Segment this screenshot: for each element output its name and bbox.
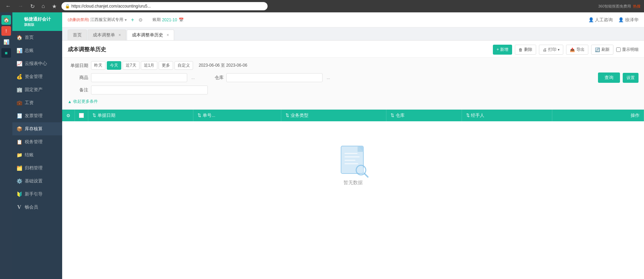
settings-btn[interactable]: 设置 (623, 73, 639, 83)
warehouse-filter-label: 仓库 (203, 75, 224, 81)
sidebar-label-reports: 云报表中心 (25, 60, 47, 67)
sidebar-item-funds[interactable]: 💰 资金管理 (12, 70, 62, 83)
page-actions: + 新增 🗑 删除 🖨 打印 ▾ 📤 导出 🔄 (493, 45, 639, 55)
th-type[interactable]: ⇅ 业务类型 (281, 110, 386, 121)
filter-goods-warehouse-row: 商品 ... 仓库 ... 查询 设置 (68, 72, 639, 83)
export-button[interactable]: 📤 导出 (566, 45, 588, 55)
user-avatar[interactable]: 👤 徐泽华 (618, 17, 639, 23)
date-filter-label: 单据日期 (68, 63, 88, 69)
period-info: 账期 2021-10 📅 (152, 17, 184, 23)
tab-cost-adjust-history[interactable]: 成本调整单历史 × (127, 30, 174, 40)
goods-input[interactable] (91, 73, 187, 82)
date-btn-yesterday[interactable]: 昨天 (91, 61, 105, 70)
sidebar-item-home[interactable]: 🏠 首页 (12, 31, 62, 44)
th-date[interactable]: ⇅ 单据日期 (88, 110, 193, 121)
sidebar-item-settings[interactable]: ⚙️ 基础设置 (12, 175, 62, 188)
company-name: 江西服宝测试专用 (90, 17, 123, 23)
calendar-icon[interactable]: 📅 (179, 18, 184, 22)
sidebar-item-closing[interactable]: 📁 结账 (12, 148, 62, 161)
collapse-btn[interactable]: ▲ 收起更多条件 (68, 97, 639, 106)
back-button[interactable]: ← (3, 2, 13, 11)
bookmark-button[interactable]: ★ (50, 2, 59, 11)
data-table: ⚙ ⇅ 单据日期 ⇅ 单号... (62, 110, 644, 121)
sidebar-label-tax: 税务管理 (25, 139, 43, 145)
sidebar-item-invoices[interactable]: 🧾 发票管理 (12, 109, 62, 122)
reports-icon: 📈 (16, 61, 22, 66)
th-number-label: 单号... (203, 113, 215, 118)
th-settings[interactable]: ⚙ (62, 110, 75, 121)
sidebar-item-archive[interactable]: 🗂️ 归档管理 (12, 161, 62, 175)
th-number[interactable]: ⇅ 单号... (193, 110, 281, 121)
icon-bar-box[interactable]: ■ (1, 48, 11, 58)
icon-bar-chart[interactable]: 📊 (1, 37, 11, 47)
filter-date-row: 单据日期 昨天 今天 近7天 近1月 更多 自定义 2023-06-06 至 2… (68, 61, 639, 70)
refresh-label: 刷新 (601, 47, 610, 53)
goods-dots-btn[interactable]: ... (191, 75, 195, 80)
refresh-button[interactable]: ↻ (28, 2, 37, 11)
note-input[interactable] (91, 86, 208, 94)
icon-bar-main[interactable]: 🏠 (1, 15, 11, 25)
tab-cost-adjust-close[interactable]: × (118, 33, 121, 37)
th-handler-label: 经手人 (471, 113, 484, 118)
service-btn[interactable]: 👤 人工咨询 (588, 17, 613, 23)
sidebar-label-ledger: 总账 (25, 47, 34, 54)
sidebar-label-settings: 基础设置 (25, 178, 43, 184)
query-btn[interactable]: 查询 (598, 72, 620, 83)
display-toggle-checkbox[interactable] (616, 47, 621, 52)
date-btn-custom[interactable]: 自定义 (174, 61, 193, 70)
icon-bar-notify[interactable]: ! (1, 26, 11, 36)
browser-tools: 360智能抠图免费用 热搜 (598, 4, 641, 9)
sidebar-item-vip[interactable]: V 畅会员 (12, 201, 62, 214)
th-actions: 操作 (552, 110, 644, 121)
sidebar-item-tax[interactable]: 📋 税务管理 (12, 135, 62, 148)
browser-chrome: ← → ↻ ⌂ ★ 🔒 https://cloud.chanjet.com/ac… (0, 0, 644, 12)
sidebar-label-inventory: 库存核算 (25, 126, 43, 132)
dropdown-icon: ▾ (125, 18, 127, 22)
date-btn-1month[interactable]: 近1月 (141, 61, 158, 70)
note-filter-label: 备注 (68, 87, 88, 93)
address-bar[interactable]: 🔒 https://cloud.chanjet.com/accounting/u… (61, 2, 268, 10)
sidebar-item-reports[interactable]: 📈 云报表中心 (12, 57, 62, 70)
sidebar-item-fixed-assets[interactable]: 🏢 固定资产 (12, 83, 62, 96)
tab-cost-adjust[interactable]: 成本调整单 × (88, 30, 126, 40)
tab-home[interactable]: 首页 (68, 30, 87, 40)
th-handler[interactable]: ⇅ 经手人 (462, 110, 552, 121)
sidebar-label-funds: 资金管理 (25, 74, 43, 80)
top-header: (勿删勿禁用) 江西服宝测试专用 ▾ + ⚙ 账期 2021-10 📅 👤 人工… (62, 12, 644, 27)
tax-icon: 📋 (16, 139, 22, 145)
tab-home-label: 首页 (73, 32, 82, 38)
tab-bar: 首页 成本调整单 × 成本调整单历史 × (62, 27, 644, 41)
table-container: ⚙ ⇅ 单据日期 ⇅ 单号... (62, 110, 644, 279)
plus-button[interactable]: + (131, 17, 134, 23)
warehouse-input[interactable] (226, 73, 323, 82)
sidebar-item-guide[interactable]: 🔰 新手引导 (12, 188, 62, 201)
settings-gear-icon[interactable]: ⚙ (138, 17, 143, 23)
th-date-sort-icon: ⇅ (92, 113, 96, 118)
th-date-label: 单据日期 (98, 113, 115, 118)
display-toggle-label: 显示明细 (622, 47, 639, 53)
sidebar-item-payroll[interactable]: 💼 工资 (12, 96, 62, 109)
warehouse-dots-btn[interactable]: ... (327, 75, 330, 80)
tab-cost-adjust-history-close[interactable]: × (167, 33, 169, 37)
home-button[interactable]: ⌂ (39, 2, 47, 11)
sidebar-item-ledger[interactable]: 📊 总账 (12, 44, 62, 57)
date-btn-7days[interactable]: 近7天 (123, 61, 139, 70)
url-text: https://cloud.chanjet.com/accounting/uru… (71, 4, 151, 9)
date-btn-more[interactable]: 更多 (159, 61, 173, 70)
header-checkbox[interactable] (79, 113, 84, 118)
guide-icon: 🔰 (16, 191, 22, 197)
sidebar-item-inventory[interactable]: 📦 库存核算 (12, 122, 62, 135)
print-button[interactable]: 🖨 打印 ▾ (539, 45, 563, 55)
th-warehouse[interactable]: ⇅ 仓库 (386, 110, 462, 121)
display-toggle[interactable]: 显示明细 (616, 47, 639, 53)
settings-icon: ⚙️ (16, 178, 22, 184)
new-button[interactable]: + 新增 (493, 45, 512, 55)
page-area: 成本调整单历史 + 新增 🗑 删除 🖨 打印 ▾ 📤 导出 (62, 41, 644, 279)
logo-main: 畅捷通好会计 (24, 16, 51, 22)
th-checkbox[interactable] (75, 110, 88, 121)
delete-button[interactable]: 🗑 删除 (515, 45, 536, 55)
company-selector[interactable]: (勿删勿禁用) 江西服宝测试专用 ▾ (68, 17, 127, 23)
date-btn-today[interactable]: 今天 (107, 61, 121, 70)
forward-button[interactable]: → (16, 2, 25, 11)
refresh-button[interactable]: 🔄 刷新 (591, 45, 613, 55)
